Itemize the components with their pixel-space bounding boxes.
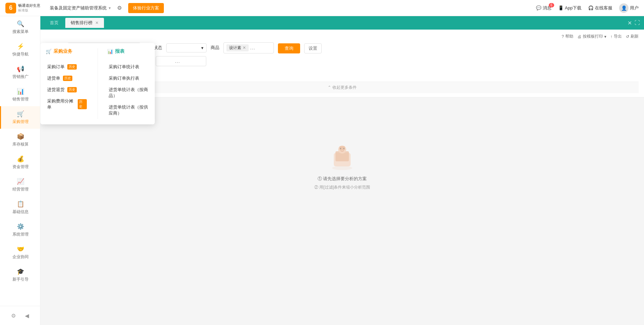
sidebar-item-purchase[interactable]: 🛒 采购管理 bbox=[0, 106, 40, 129]
settings-icon-btn[interactable]: ⚙ bbox=[115, 3, 124, 13]
salesperson-input[interactable]: … bbox=[156, 56, 206, 66]
filter-toolbar: ? 帮助 🖨 按模板打印 ▾ ↑ 导出 ↺ 刷新 bbox=[46, 34, 639, 39]
menu-item-order-exec[interactable]: 采购订单执行表 bbox=[107, 73, 150, 84]
content-area: 首页 销售排行榜 ✕ ✕ ⛶ ? 帮助 🖨 bbox=[40, 16, 644, 325]
history-badge-0: 历史 bbox=[67, 64, 77, 70]
menu-item-return[interactable]: 进货退货 历史 bbox=[46, 84, 88, 95]
export-btn[interactable]: ↑ 导出 bbox=[610, 34, 622, 39]
help-btn[interactable]: ? 帮助 bbox=[562, 34, 573, 39]
search-icon: 🔍 bbox=[17, 20, 24, 28]
tab-bar-right: ✕ ⛶ bbox=[628, 20, 640, 26]
logo-area: 6 畅通道好生意 标准版 bbox=[5, 3, 46, 13]
tab-home-label: 首页 bbox=[50, 20, 59, 25]
online-service-btn[interactable]: 🎧 在线客服 bbox=[588, 5, 612, 11]
menu-item-inbound-by-supplier[interactable]: 进货单统计表（按供应商） bbox=[107, 101, 150, 119]
filter-setting-btn[interactable]: 设置 bbox=[304, 43, 322, 53]
report-section: 📊 报表 采购订单统计表 采购订单执行表 进货单统计表（按商品） 进货单统计表（… bbox=[107, 48, 150, 119]
sidebar: 🔍 搜索菜单 ⚡ 快捷导航 📢 营销推广 📊 销售管理 🛒 采购管理 📦 库存核… bbox=[0, 16, 40, 325]
sidebar-item-enterprise[interactable]: 🤝 企业协同 bbox=[0, 241, 40, 264]
sidebar-item-inventory[interactable]: 📦 库存核算 bbox=[0, 129, 40, 151]
menu-item-inbound[interactable]: 进货单 历史 bbox=[46, 73, 88, 84]
print-icon: 🖨 bbox=[577, 34, 581, 39]
hint1-text: 请先选择要分析的方案 bbox=[323, 176, 367, 181]
sidebar-item-marketing[interactable]: 📢 营销推广 bbox=[0, 61, 40, 84]
operations-icon: 📈 bbox=[17, 178, 24, 185]
tab-sales-ranking[interactable]: 销售排行榜 ✕ bbox=[65, 18, 104, 28]
salesperson-value bbox=[159, 59, 173, 64]
industry-btn[interactable]: 体验行业方案 bbox=[128, 3, 164, 13]
salesperson-more-icon[interactable]: … bbox=[175, 58, 180, 64]
sidebar-label-enterprise: 企业协同 bbox=[12, 254, 29, 260]
search-btn[interactable]: 查询 bbox=[278, 43, 300, 53]
hint1-icon: ① bbox=[318, 176, 322, 181]
menu-item-inbound-by-goods[interactable]: 进货单统计表（按商品） bbox=[107, 84, 150, 101]
sales-icon: 📊 bbox=[17, 88, 24, 95]
sidebar-bottom: ⚙ ◀ bbox=[0, 306, 40, 325]
sidebar-item-system[interactable]: ⚙️ 系统管理 bbox=[0, 219, 40, 241]
empty-illustration bbox=[325, 139, 359, 173]
goods-tag: 设计素 ✕ bbox=[226, 44, 249, 51]
tab-close-all-icon[interactable]: ✕ bbox=[628, 20, 632, 26]
purchase-icon: 🛒 bbox=[17, 110, 24, 118]
menu-item-return-label: 进货退货 bbox=[47, 87, 65, 93]
newbie-icon: 🎓 bbox=[17, 268, 24, 275]
sidebar-label-operations: 经营管理 bbox=[12, 187, 29, 192]
system-dropdown-icon[interactable]: ▾ bbox=[109, 6, 111, 10]
marketing-icon: 📢 bbox=[17, 65, 24, 73]
phone-icon: 📱 bbox=[558, 5, 564, 10]
sidebar-item-sales[interactable]: 📊 销售管理 bbox=[0, 84, 40, 106]
collapse-label: 收起更多条件 bbox=[332, 85, 357, 90]
history-badge-2: 历史 bbox=[67, 87, 77, 92]
tab-sales-ranking-label: 销售排行榜 bbox=[71, 20, 93, 25]
menu-item-purchase-order-label: 采购订单 bbox=[47, 64, 65, 70]
tab-home[interactable]: 首页 bbox=[44, 18, 64, 28]
enterprise-icon: 🤝 bbox=[17, 245, 24, 253]
sidebar-label-inventory: 库存核算 bbox=[12, 141, 29, 147]
purchase-business-section: 🛒 采购业务 采购订单 历史 进货单 历史 进货退货 历史 bbox=[46, 48, 88, 119]
print-btn[interactable]: 🖨 按模板打印 ▾ bbox=[577, 34, 606, 39]
headset-icon: 🎧 bbox=[588, 5, 594, 10]
sidebar-label-marketing: 营销推广 bbox=[12, 74, 29, 80]
help-icon: ? bbox=[562, 34, 564, 39]
sidebar-item-newbie[interactable]: 🎓 新手引导 bbox=[0, 264, 40, 286]
refresh-btn[interactable]: ↺ 刷新 bbox=[626, 34, 639, 39]
collapse-icon: ⌃ bbox=[328, 85, 332, 90]
app-edition: 标准版 bbox=[18, 8, 40, 13]
sidebar-item-quick-nav[interactable]: ⚡ 快捷导航 bbox=[0, 39, 40, 61]
sidebar-item-search[interactable]: 🔍 搜索菜单 bbox=[0, 16, 40, 39]
sidebar-label-quick-nav: 快捷导航 bbox=[12, 51, 29, 57]
basic-info-icon: 📋 bbox=[17, 200, 24, 208]
user-btn[interactable]: 👤 用户 bbox=[619, 3, 639, 13]
goods-more-icon[interactable]: … bbox=[250, 45, 255, 51]
tab-close-icon[interactable]: ✕ bbox=[95, 21, 99, 25]
tab-fullscreen-icon[interactable]: ⛶ bbox=[635, 20, 640, 26]
app-download-label: App下载 bbox=[565, 5, 581, 11]
svg-point-5 bbox=[340, 148, 341, 149]
online-service-label: 在线客服 bbox=[595, 5, 612, 11]
finance-icon: 💰 bbox=[17, 155, 24, 163]
goods-input[interactable]: 设计素 ✕ … bbox=[223, 42, 274, 53]
svg-point-6 bbox=[343, 148, 345, 149]
sidebar-settings-btn[interactable]: ⚙ bbox=[8, 310, 19, 321]
sidebar-item-finance[interactable]: 💰 资金管理 bbox=[0, 151, 40, 174]
user-label: 用户 bbox=[630, 5, 639, 11]
app-download-btn[interactable]: 📱 App下载 bbox=[558, 5, 581, 11]
avatar: 👤 bbox=[619, 3, 629, 13]
status-select[interactable]: ▾ bbox=[166, 43, 207, 52]
sidebar-item-basic-info[interactable]: 📋 基础信息 bbox=[0, 196, 40, 219]
goods-tag-close[interactable]: ✕ bbox=[243, 45, 246, 50]
message-badge: 6 bbox=[549, 3, 554, 7]
menu-item-order-stat[interactable]: 采购订单统计表 bbox=[107, 61, 150, 73]
sidebar-label-newbie: 新手引导 bbox=[12, 277, 29, 282]
empty-hint1: ① 请先选择要分析的方案 bbox=[318, 176, 367, 182]
message-icon: 💬 bbox=[536, 5, 541, 10]
report-title: 📊 报表 bbox=[107, 48, 150, 57]
menu-item-inbound-by-supplier-label: 进货单统计表（按供应商） bbox=[109, 104, 148, 116]
sidebar-item-operations[interactable]: 📈 经营管理 bbox=[0, 174, 40, 196]
message-btn[interactable]: 💬 消息 6 bbox=[536, 5, 551, 11]
menu-item-expense[interactable]: 采购费用分摊单 历史 bbox=[46, 95, 88, 113]
main-layout: 🔍 搜索菜单 ⚡ 快捷导航 📢 营销推广 📊 销售管理 🛒 采购管理 📦 库存核… bbox=[0, 16, 644, 325]
menu-item-purchase-order[interactable]: 采购订单 历史 bbox=[46, 61, 88, 73]
sidebar-collapse-btn[interactable]: ◀ bbox=[22, 310, 32, 321]
svg-point-0 bbox=[332, 166, 352, 170]
